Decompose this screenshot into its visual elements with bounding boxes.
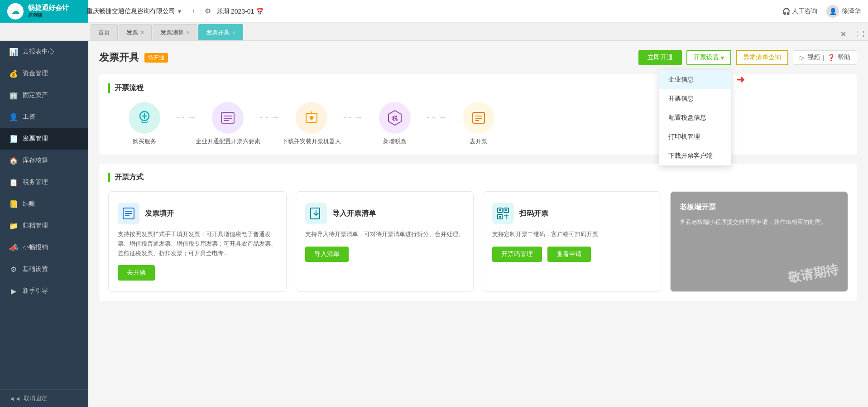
sidebar-item-basic-settings[interactable]: ⚙ 基础设置 xyxy=(0,258,88,280)
tab-invoice-calc[interactable]: 发票测算 × xyxy=(153,24,197,40)
sidebar-item-cloud-report[interactable]: 📊 云报表中心 xyxy=(0,41,88,63)
dropdown-item-company[interactable]: 企业信息 ➜ xyxy=(659,70,731,89)
method-boss-title: 老板端开票 xyxy=(680,203,716,212)
basic-settings-icon: ⚙ xyxy=(9,265,18,274)
pin-icon: ◄◄ xyxy=(9,395,21,402)
settings-dropdown-menu: 企业信息 ➜ 开票信息 配置税盘信息 打印机管理 xyxy=(659,70,731,166)
svg-rect-23 xyxy=(499,209,501,211)
maximize-window-btn[interactable]: ⛶ xyxy=(854,29,868,40)
tab-invoice-issue[interactable]: 发票开具 × xyxy=(198,24,243,40)
cloud-report-icon: 📊 xyxy=(9,47,18,56)
flow-step-2-icon xyxy=(212,102,244,134)
logo-icon: ☁ xyxy=(7,3,24,19)
method-scan-icon xyxy=(492,203,514,224)
sidebar-item-invoice[interactable]: 🧾 发票管理 xyxy=(0,128,88,150)
method-card-fill: 发票填开 支持按照发票样式手工填开发票；可开具增值税电子普通发票、增值税普通发票… xyxy=(108,191,287,292)
methods-section-title: 开票方式 xyxy=(108,173,848,182)
status-badge: 待开通 xyxy=(144,53,168,63)
consult-btn[interactable]: 🎧 人工咨询 xyxy=(782,7,817,15)
method-scan-header: 扫码开票 xyxy=(492,203,652,224)
topbar-right: 🎧 人工咨询 👤 徐泽华 xyxy=(782,5,861,18)
method-scan-btn2[interactable]: 查看申请 xyxy=(547,247,591,262)
inventory-icon: 🏠 xyxy=(9,156,18,165)
flow-step-5: 去开票 xyxy=(442,102,515,145)
flow-step-3-icon xyxy=(296,102,327,134)
method-fill-header: 发票填开 xyxy=(118,203,277,224)
svg-rect-25 xyxy=(499,216,501,218)
close-window-btn[interactable]: ✕ xyxy=(837,28,850,40)
company-selector[interactable]: 重庆畅捷交通信息咨询有限公司 ▾ xyxy=(86,7,181,15)
calendar-icon[interactable]: 📅 xyxy=(256,8,264,15)
page-content: 发票开具 待开通 立即开通 开票设置 ▾ 企业信息 xyxy=(88,41,868,319)
flow-step-5-icon xyxy=(463,102,494,134)
dropdown-item-printer[interactable]: 打印机管理 xyxy=(659,127,731,146)
invoice-icon: 🧾 xyxy=(9,134,18,143)
dropdown-item-invoice-info[interactable]: 开票信息 xyxy=(659,89,731,108)
archive-icon: 📁 xyxy=(9,221,18,230)
chevron-down-icon: ▾ xyxy=(721,54,724,61)
tab-bar: 首页 发票 × 发票测算 × 发票开具 × ✕ ⛶ xyxy=(0,23,868,41)
settings-btn[interactable]: 开票设置 ▾ xyxy=(686,50,731,65)
video-help-btn[interactable]: ▷ 视频 | ❓ 帮助 xyxy=(793,50,857,65)
tab-home[interactable]: 首页 xyxy=(91,24,118,40)
flow-step-1-icon xyxy=(129,102,160,134)
sidebar-item-closing[interactable]: 📒 结账 xyxy=(0,193,88,215)
svg-point-6 xyxy=(310,116,313,120)
user-info[interactable]: 👤 徐泽华 xyxy=(826,5,861,18)
method-fill-btn[interactable]: 去开票 xyxy=(118,265,155,281)
company-name: 重庆畅捷交通信息咨询有限公司 xyxy=(86,7,175,15)
methods-section: 开票方式 发票填开 支持按照发票样式手工填开发票；可开具增值税电子普通发票、增值… xyxy=(99,164,857,301)
top-bar: ☁ 畅捷通好会计 旗舰版 重庆畅捷交通信息咨询有限公司 ▾ ＋ ⚙ 账期 202… xyxy=(0,0,868,23)
closing-icon: 📒 xyxy=(9,199,18,208)
method-scan-btn[interactable]: 开票码管理 xyxy=(492,247,542,262)
method-boss-desc: 查看老板端小程序提交的开票申请，并作出相应的处理。 xyxy=(680,218,839,227)
abnormal-list-btn[interactable]: 异常清单查询 xyxy=(736,50,788,65)
activate-btn[interactable]: 立即开通 xyxy=(638,50,682,65)
flow-step-2: 企业开通配置开票六要素 xyxy=(192,102,264,145)
sidebar-cancel-fixed[interactable]: ◄◄ 取消固定 xyxy=(0,389,88,407)
tab-invoice[interactable]: 发票 × xyxy=(119,24,152,40)
salary-icon: 👤 xyxy=(9,112,18,121)
flow-step-1: 购买服务 xyxy=(108,102,181,145)
close-invoice-issue-tab[interactable]: × xyxy=(232,29,235,36)
fund-icon: 💰 xyxy=(9,69,18,78)
close-invoice-calc-tab[interactable]: × xyxy=(187,29,190,36)
guide-icon: ▶ xyxy=(9,286,18,296)
sidebar-item-archive[interactable]: 📁 归档管理 xyxy=(0,215,88,237)
sidebar-item-guide[interactable]: ▶ 新手引导 xyxy=(0,280,88,302)
dropdown-item-download-client[interactable]: 下载开票客户端 xyxy=(659,146,731,165)
flow-step-3: 下载并安装开票机器人 xyxy=(275,102,348,145)
flow-steps: 购买服务 - - → 企业开通配置开票六要素 - - → xyxy=(108,102,848,145)
method-card-import: 导入开票清单 支持导入待开票清单，可对待开票清单进行拆分、合并处理。 导入清单 xyxy=(296,191,474,292)
method-boss-header: 老板端开票 xyxy=(680,203,839,212)
settings-icon[interactable]: ⚙ xyxy=(205,7,211,15)
header-actions: 立即开通 开票设置 ▾ 企业信息 ➜ xyxy=(638,50,857,65)
avatar: 👤 xyxy=(826,5,839,18)
method-scan-desc: 支持定制开票二维码，客户端可扫码开票 xyxy=(492,230,652,239)
sidebar-scroll: 📊 云报表中心 💰 资金管理 🏢 固定资产 👤 工资 🧾 发票管理 🏠 xyxy=(0,41,88,389)
method-import-btn[interactable]: 导入清单 xyxy=(305,247,349,262)
tax-icon: 📋 xyxy=(9,178,18,187)
window-controls: ✕ ⛶ xyxy=(837,28,868,40)
method-import-header: 导入开票清单 xyxy=(305,203,465,224)
sidebar-item-fixed-assets[interactable]: 🏢 固定资产 xyxy=(0,84,88,106)
sidebar-item-salary[interactable]: 👤 工资 xyxy=(0,106,88,128)
settings-dropdown-container: 开票设置 ▾ 企业信息 ➜ 开票信息 xyxy=(686,50,731,65)
sidebar-item-tax[interactable]: 📋 税务管理 xyxy=(0,171,88,193)
play-icon: ▷ xyxy=(800,54,805,61)
red-arrow-icon: ➜ xyxy=(736,74,744,86)
sidebar-item-inventory[interactable]: 🏠 库存核算 xyxy=(0,150,88,171)
dropdown-item-tax-config[interactable]: 配置税盘信息 xyxy=(659,108,731,127)
app-logo: ☁ 畅捷通好会计 旗舰版 xyxy=(0,0,88,23)
flow-section: 开票流程 购买服务 - - → 企业开通 xyxy=(99,74,857,155)
sidebar-item-fund[interactable]: 💰 资金管理 xyxy=(0,63,88,84)
method-scan-title: 扫码开票 xyxy=(519,209,548,218)
close-invoice-tab[interactable]: × xyxy=(141,29,144,36)
svg-rect-24 xyxy=(505,209,507,211)
add-icon[interactable]: ＋ xyxy=(190,6,197,16)
method-fill-desc: 支持按照发票样式手工填开发票；可开具增值税电子普通发票、增值税普通发票、增值税专… xyxy=(118,230,277,258)
sidebar-item-expense[interactable]: 📣 小畅报销 xyxy=(0,237,88,258)
help-icon: ❓ xyxy=(827,54,835,61)
method-import-icon xyxy=(305,203,327,224)
chevron-down-icon: ▾ xyxy=(178,8,181,15)
